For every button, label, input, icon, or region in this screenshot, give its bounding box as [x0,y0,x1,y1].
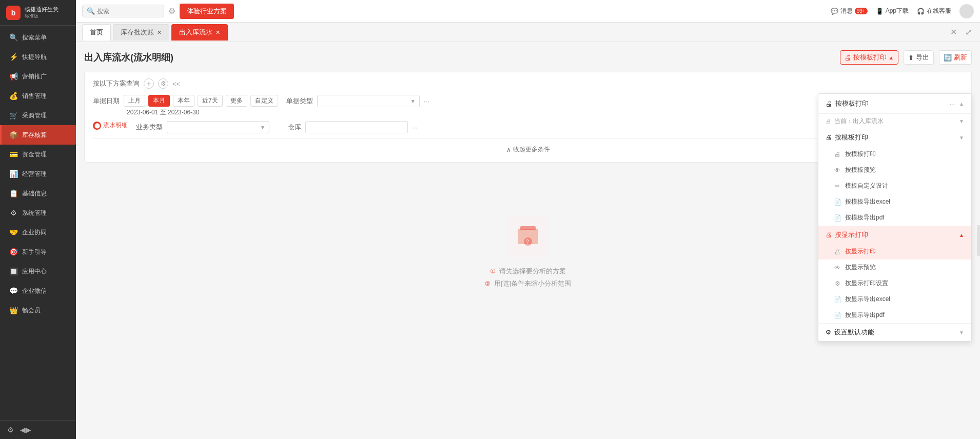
topbar-gear-icon[interactable]: ⚙ [168,6,175,16]
item-print-icon: 🖨 [834,151,841,158]
filter-collapse-icon[interactable]: << [172,80,180,88]
marketing-icon: 📢 [9,72,18,81]
empty-illustration: ? [507,216,548,258]
user-avatar[interactable] [959,4,974,18]
tab-flow-close[interactable]: ✕ [215,29,220,36]
dropdown-item-template-custom[interactable]: ✏ 模板自定义设计 [818,178,971,194]
sidebar-item-member[interactable]: 👑 畅会员 [0,301,76,320]
guide-icon: 🎯 [9,247,18,256]
footer-settings-icon[interactable]: ⚙ [7,426,14,434]
filter-add-btn[interactable]: + [144,78,154,89]
app-download-label: App下载 [886,7,909,15]
right-edge-scrollbar[interactable] [977,225,980,256]
display-print-header-label: 按显示打印 [835,230,868,240]
dropdown-item-display-excel[interactable]: 📄 按显示导出excel [818,291,971,307]
tab-home[interactable]: 首页 [82,24,111,41]
footer-toggle-icon[interactable]: ◀▶ [20,426,31,434]
sidebar-label-quicknav: 快捷导航 [22,53,47,62]
template-print-header-label: 按模板打印 [835,133,868,142]
sidebar-item-purchase[interactable]: 🛒 采购管理 [0,106,76,125]
date-current-month-btn[interactable]: 本月 [148,95,170,107]
dropdown-item-display-settings[interactable]: ⚙ 按显示打印设置 [818,275,971,291]
date-custom-btn[interactable]: 自定义 [250,95,278,107]
dropdown-more-icon[interactable]: ··· [949,100,955,108]
sidebar-item-guide[interactable]: 🎯 新手引导 [0,242,76,262]
sidebar-item-basic[interactable]: 📋 基础信息 [0,184,76,203]
refresh-label: 刷新 [954,53,967,62]
bill-type-field: 单据类型 ··· [286,95,429,107]
refresh-btn[interactable]: 🔄 刷新 [939,50,972,65]
page-title: 出入库流水(流水明细) [84,51,173,64]
dropdown-header: 🖨 按模板打印 ··· ▲ [818,94,971,114]
business-type-select[interactable] [167,121,269,133]
system-icon: ⚙ [9,208,18,217]
sidebar-footer: ⚙ ◀▶ [0,420,76,439]
display-print-section: 🖨 按显示打印 ▲ 🖨 按显示打印 👁 按显示预览 ⚙ 按显示打印设置 [818,226,971,323]
logo-text-block: 畅捷通好生意 标准版 [25,6,58,19]
dropdown-item-display-preview[interactable]: 👁 按显示预览 [818,260,971,275]
date-current-year-btn[interactable]: 本年 [173,95,194,107]
trial-btn[interactable]: 体验行业方案 [180,4,234,19]
date-more-btn[interactable]: 更多 [226,95,247,107]
sidebar-item-sales[interactable]: 💰 销售管理 [0,86,76,106]
sidebar-item-apps[interactable]: 🔲 应用中心 [0,262,76,281]
sidebar-item-marketing[interactable]: 📢 营销推广 [0,67,76,86]
flow-tag-field: ⬤ 流水明细 [93,121,128,130]
page-header: 出入库流水(流水明细) 🖨 按模板打印 ▲ ⬆ 导出 🔄 刷新 [84,50,972,65]
print-template-btn[interactable]: 🖨 按模板打印 ▲ [840,50,898,65]
topbar-search-box[interactable]: 🔍 [82,5,164,17]
dropdown-item-template-print[interactable]: 🖨 按模板打印 [818,146,971,162]
tab-batch-account-close[interactable]: ✕ [157,29,162,36]
warehouse-more-icon[interactable]: ··· [412,124,418,131]
dropdown-chevron-up-icon[interactable]: ▲ [959,101,964,107]
sidebar-item-quicknav[interactable]: ⚡ 快捷导航 [0,47,76,67]
item-pdf-icon-2: 📄 [834,312,841,319]
topbar-message[interactable]: 💬 消息 99+ [831,7,868,15]
tab-batch-account-label: 库存批次账 [121,28,154,37]
dropdown-item-display-pdf[interactable]: 📄 按显示导出pdf [818,307,971,323]
sidebar-label-apps: 应用中心 [22,267,47,276]
apps-icon: 🔲 [9,267,18,276]
sidebar-item-inventory[interactable]: 📦 库存核算 [0,125,76,145]
dropdown-item-template-pdf[interactable]: 📄 按模板导出pdf [818,210,971,226]
sidebar-item-weixin[interactable]: 💬 企业微信 [0,281,76,301]
sidebar-label-sales: 销售管理 [22,92,47,101]
dropdown-item-template-excel[interactable]: 📄 按模板导出excel [818,194,971,210]
display-print-header[interactable]: 🖨 按显示打印 ▲ [818,226,971,244]
default-section-label: 设置默认功能 [834,328,874,337]
quicknav-icon: ⚡ [9,52,18,62]
empty-tip-1: ① 请先选择要分析的方案 [490,267,566,276]
tab-flow[interactable]: 出入库流水 ✕ [171,24,228,41]
date-last7days-btn[interactable]: 近7天 [198,95,223,107]
export-icon: ⬆ [908,54,914,62]
sidebar-item-enterprise[interactable]: 🤝 企业协同 [0,223,76,242]
current-chevron-icon: ▼ [959,118,964,124]
date-filter-field: 单据日期 上月 本月 本年 近7天 更多 自定义 [93,95,278,107]
date-prev-month-btn[interactable]: 上月 [124,95,145,107]
sidebar-item-operations[interactable]: 📊 经营管理 [0,164,76,184]
dropdown-item-display-print[interactable]: 🖨 按显示打印 [818,244,971,260]
sidebar-item-finance[interactable]: 💳 资金管理 [0,145,76,164]
filter-settings-btn[interactable]: ⚙ [158,78,168,89]
topbar-search-input[interactable] [97,8,148,15]
warehouse-input[interactable] [305,121,408,133]
dropdown-item-template-preview[interactable]: 👁 按模板预览 [818,162,971,178]
default-section-header[interactable]: ⚙ 设置默认功能 ▼ [818,324,971,341]
page-actions: 🖨 按模板打印 ▲ ⬆ 导出 🔄 刷新 [840,50,972,65]
window-expand-btn[interactable]: ⤢ [963,25,974,39]
topbar-app-download[interactable]: 📱 App下载 [876,7,909,15]
bill-type-select[interactable] [317,95,420,107]
sidebar-label-weixin: 企业微信 [22,287,47,295]
tab-batch-account[interactable]: 库存批次账 ✕ [113,24,169,41]
window-close-btn[interactable]: ✕ [948,25,959,39]
bill-type-more-icon[interactable]: ··· [424,97,429,105]
export-btn[interactable]: ⬆ 导出 [904,50,934,65]
sidebar-label-system: 系统管理 [22,209,47,217]
sidebar-label-enterprise: 企业协同 [22,228,47,237]
tabs-bar: 首页 库存批次账 ✕ 出入库流水 ✕ ✕ ⤢ [76,23,980,42]
sidebar-item-search[interactable]: 🔍 搜索菜单 [0,28,76,47]
flow-tag: ⬤ 流水明细 [93,121,128,130]
template-print-header[interactable]: 🖨 按模板打印 ▼ [818,129,971,146]
topbar-service[interactable]: 🎧 在线客服 [917,7,951,15]
sidebar-item-system[interactable]: ⚙ 系统管理 [0,203,76,223]
